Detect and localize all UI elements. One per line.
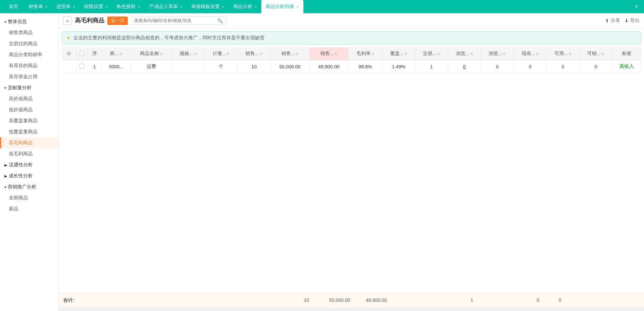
sidebar-item-low-coverage[interactable]: 低覆盖量商品 xyxy=(0,126,58,137)
info-icon: ✦ xyxy=(66,35,71,41)
sidebar-group-growth-label: 成长性分析 xyxy=(9,173,33,179)
col-gross-rate[interactable]: 毛利率 ⇅ xyxy=(348,47,382,60)
col-spec[interactable]: 规格... ⇅ xyxy=(172,47,205,60)
tab-goods-analysis-list[interactable]: 商品分析列表 × xyxy=(261,0,303,13)
chevron-down-icon: ▾ xyxy=(4,20,6,24)
tab-sales[interactable]: 销售单 × xyxy=(24,0,52,13)
footer-sales-qty: 10 xyxy=(292,297,321,303)
search-icon[interactable]: 🔍 xyxy=(217,18,223,23)
sidebar-item-traded-goods[interactable]: 交易过的商品 xyxy=(0,38,58,49)
row-settings-cell xyxy=(62,60,76,73)
sidebar-item-high-value[interactable]: 高价值商品 xyxy=(0,93,58,104)
col-code[interactable]: 商... ⇅ xyxy=(102,47,131,60)
sidebar-item-sales-goods[interactable]: 销售类商品 xyxy=(0,27,58,38)
chevron-right-icon: ▶ xyxy=(4,163,7,167)
sidebar-item-all-goods[interactable]: 全部商品 xyxy=(0,192,58,203)
col-available[interactable]: 可用... ⇅ xyxy=(547,47,579,60)
row-transaction: 1 xyxy=(415,60,448,73)
column-settings-icon[interactable]: ⚙ xyxy=(66,51,71,57)
sidebar-item-new-goods[interactable]: 新品 xyxy=(0,203,58,214)
tab-role-label: 角色授权 xyxy=(116,3,136,10)
sort-icon: ⇅ xyxy=(160,52,163,56)
row-sellable: 0 xyxy=(579,60,612,73)
close-icon[interactable]: × xyxy=(296,4,299,9)
sort-icon: ⇅ xyxy=(503,52,506,56)
row-code[interactable]: 0000... xyxy=(102,60,131,73)
col-browse1[interactable]: 浏览... ⇅ xyxy=(448,47,481,60)
search-input[interactable] xyxy=(134,18,216,23)
row-checkbox[interactable] xyxy=(79,64,84,69)
info-banner: ✦ 企业的主要的利润都是这部分商品创造的，可考虑加大推广，同时关注库存是不要出现… xyxy=(62,31,641,44)
tab-template-label: 单据模板设置 xyxy=(191,3,220,10)
col-unit[interactable]: 计量... ⇅ xyxy=(205,47,237,60)
sidebar-group-contribution-label: 贡献量分析 xyxy=(8,84,32,91)
close-icon[interactable]: × xyxy=(73,4,75,9)
close-icon[interactable]: × xyxy=(222,4,224,9)
row-coverage: 1.49% xyxy=(382,60,415,73)
export-icon: ⬇ xyxy=(625,18,629,23)
nav-close-button[interactable]: × xyxy=(632,3,641,10)
sidebar-item-in-stock[interactable]: 有库存的商品 xyxy=(0,60,58,71)
col-num: 序 xyxy=(87,47,102,60)
date-filter-button[interactable]: 近一月 xyxy=(107,17,128,25)
col-sellable[interactable]: 可销... ⇅ xyxy=(579,47,612,60)
col-sales-qty[interactable]: 销售... ⇅ xyxy=(238,47,270,60)
top-nav: 首页 销售单 × 进货单 × 权限设置 × 角色授权 × 产成品入库单 × 单据… xyxy=(0,0,644,13)
select-all-checkbox[interactable] xyxy=(79,51,84,56)
browse1-link[interactable]: 0 xyxy=(463,64,466,69)
share-button[interactable]: ⬆ 分享 xyxy=(605,17,620,24)
close-icon[interactable]: × xyxy=(45,4,47,9)
tab-goods-analysis[interactable]: 商品分析 × xyxy=(229,0,261,13)
sidebar-group-marketing[interactable]: ▾ 营销推广分析 xyxy=(0,181,58,192)
col-sales-cost[interactable]: 销售... ⇅ xyxy=(309,47,348,60)
export-button[interactable]: ⬇ 导出 xyxy=(625,17,640,24)
horizontal-scrollbar[interactable] xyxy=(59,307,644,311)
tab-product-in[interactable]: 产成品入库单 × xyxy=(145,0,187,13)
row-gross-rate: 99.8% xyxy=(348,60,382,73)
sidebar-item-high-coverage[interactable]: 高覆盖量商品 xyxy=(0,115,58,126)
sidebar-item-category-rate[interactable]: 商品分类助销率 xyxy=(0,49,58,60)
row-spec xyxy=(172,60,205,73)
row-sales-qty: 10 xyxy=(238,60,270,73)
sidebar-group-marketing-label: 营销推广分析 xyxy=(8,184,36,190)
tab-home[interactable]: 首页 xyxy=(3,0,24,13)
sort-icon: ⇅ xyxy=(295,52,298,56)
sidebar-item-low-value[interactable]: 低价值商品 xyxy=(0,104,58,115)
collapse-sidebar-button[interactable]: « xyxy=(63,16,72,25)
sidebar-group-growth[interactable]: ▶ 成长性分析 xyxy=(0,170,58,181)
tab-role[interactable]: 角色授权 × xyxy=(112,0,144,13)
sidebar-item-high-margin[interactable]: 高毛利商品 xyxy=(0,137,58,148)
col-coverage[interactable]: 覆盖... ⇅ xyxy=(382,47,415,60)
tab-permission[interactable]: 权限设置 × xyxy=(80,0,112,13)
col-browse2[interactable]: 浏览... ⇅ xyxy=(481,47,514,60)
sidebar-group-liquidity[interactable]: ▶ 流通性分析 xyxy=(0,159,58,170)
content-header: « 高毛利商品 近一月 🔍 ⬆ 分享 ⬇ 导出 xyxy=(59,13,644,28)
tab-purchase[interactable]: 进货单 × xyxy=(52,0,79,13)
close-icon[interactable]: × xyxy=(138,4,140,9)
col-sales-amount[interactable]: 销售... ⇅ xyxy=(270,47,309,60)
close-icon[interactable]: × xyxy=(255,4,257,9)
row-name[interactable]: 运费 xyxy=(131,60,172,73)
sort-icon: ⇅ xyxy=(194,52,197,56)
close-icon[interactable]: × xyxy=(180,4,182,9)
sidebar-item-stock-fund[interactable]: 库存资金占用 xyxy=(0,71,58,82)
main-area: ▾ 整体信息 销售类商品 交易过的商品 商品分类助销率 有库存的商品 库存资金占… xyxy=(0,13,644,311)
table-container: ⚙ 序 商... ⇅ xyxy=(62,47,641,293)
tab-template[interactable]: 单据模板设置 × xyxy=(187,0,229,13)
col-current[interactable]: 现有... ⇅ xyxy=(514,47,546,60)
sort-icon: ⇅ xyxy=(470,52,473,56)
sort-icon: ⇅ xyxy=(437,52,440,56)
sidebar-item-low-margin[interactable]: 低毛利商品 xyxy=(0,148,58,159)
col-transaction[interactable]: 交易... ⇅ xyxy=(415,47,448,60)
row-current: 0 xyxy=(514,60,546,73)
sort-icon: ⇅ xyxy=(536,52,539,56)
sidebar-group-liquidity-label: 流通性分析 xyxy=(9,162,33,168)
footer-label: 合计: xyxy=(63,297,74,304)
close-icon[interactable]: × xyxy=(105,4,108,9)
table-row: 1 0000... 运费 个 10 50,000.00 49,900.00 99… xyxy=(62,60,641,73)
sidebar-group-contribution[interactable]: ▾ 贡献量分析 xyxy=(0,82,58,93)
sort-icon: ⇅ xyxy=(371,52,374,56)
col-name[interactable]: 商品名称 ⇅ xyxy=(131,47,172,60)
row-browse1[interactable]: 0 xyxy=(448,60,481,73)
sidebar-group-overall[interactable]: ▾ 整体信息 xyxy=(0,16,58,27)
